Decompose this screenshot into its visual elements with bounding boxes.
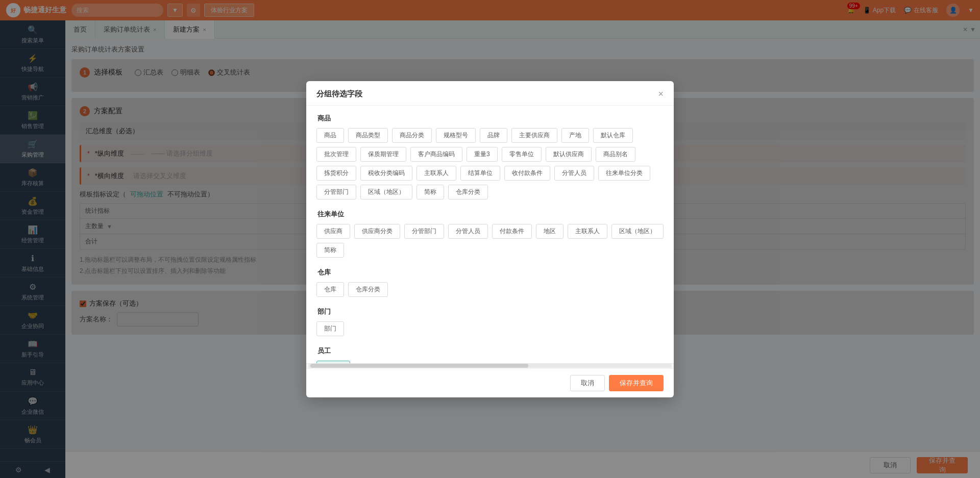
field-tag-goods-category[interactable]: 商品分类: [392, 128, 432, 143]
dept-field-tags: 部门: [316, 321, 664, 336]
goods-field-tags: 商品 商品类型 商品分类 规格型号 品牌 主要供应商 产地 默认仓库 批次管理 …: [316, 128, 664, 199]
field-tag-brand[interactable]: 品牌: [480, 128, 507, 143]
field-tag-area[interactable]: 地区: [536, 224, 564, 239]
hscroll-thumb[interactable]: [310, 364, 528, 368]
field-tag-default-warehouse[interactable]: 默认仓库: [593, 128, 633, 143]
dialog-close-btn[interactable]: ×: [658, 89, 664, 98]
section-partner: 往来单位 供应商 供应商分类 分管部门 分管人员 付款条件 地区 主联系人 区域…: [316, 210, 664, 258]
field-tag-partner-category[interactable]: 往来单位分类: [598, 166, 650, 181]
field-tag-goods[interactable]: 商品: [316, 128, 344, 143]
modal-overlay: 分组待选字段 × 商品 商品 商品类型 商品分类 规格型号 品牌 主要供应商 产…: [0, 0, 980, 478]
field-tag-supervisor[interactable]: 分管人员: [554, 166, 594, 181]
hscroll-track: [308, 364, 672, 368]
field-tag-retail-unit[interactable]: 零售单位: [502, 147, 542, 162]
field-tag-pick-points[interactable]: 拣货积分: [316, 166, 356, 181]
field-tag-default-supplier[interactable]: 默认供应商: [546, 147, 592, 162]
field-tag-short-name2[interactable]: 简称: [316, 243, 344, 258]
dialog-body: 商品 商品 商品类型 商品分类 规格型号 品牌 主要供应商 产地 默认仓库 批次…: [306, 106, 674, 364]
field-tag-main-supplier[interactable]: 主要供应商: [511, 128, 557, 143]
field-tag-origin[interactable]: 产地: [561, 128, 589, 143]
field-tag-batch-mgmt[interactable]: 批次管理: [316, 147, 356, 162]
field-tag-main-contact2[interactable]: 主联系人: [568, 224, 607, 239]
section-staff: 员工 业务员: [316, 346, 664, 364]
field-tag-region[interactable]: 区域（地区）: [360, 185, 412, 199]
field-tag-goods-type[interactable]: 商品类型: [348, 128, 388, 143]
field-tag-warehouse-category[interactable]: 仓库分类: [448, 185, 488, 199]
field-tag-supplier-category[interactable]: 供应商分类: [354, 224, 400, 239]
save-query-button[interactable]: 保存并查询: [609, 375, 664, 391]
field-tag-customer-code[interactable]: 客户商品编码: [410, 147, 462, 162]
field-tag-main-contact[interactable]: 主联系人: [416, 166, 456, 181]
field-tag-payment-terms[interactable]: 收付款条件: [504, 166, 550, 181]
section-department: 部门 部门: [316, 307, 664, 336]
section-partner-title: 往来单位: [316, 210, 664, 219]
partner-field-tags: 供应商 供应商分类 分管部门 分管人员 付款条件 地区 主联系人 区域（地区） …: [316, 224, 664, 258]
field-tag-payment-cond[interactable]: 付款条件: [492, 224, 532, 239]
field-tag-warehouse-cat[interactable]: 仓库分类: [348, 282, 388, 297]
field-tag-short-name[interactable]: 简称: [416, 185, 444, 199]
field-tag-supplier[interactable]: 供应商: [316, 224, 350, 239]
section-warehouse-title: 仓库: [316, 268, 664, 277]
field-tag-dept[interactable]: 分管部门: [316, 185, 356, 199]
warehouse-field-tags: 仓库 仓库分类: [316, 282, 664, 297]
field-tag-alias[interactable]: 商品别名: [596, 147, 635, 162]
dialog-title: 分组待选字段: [316, 89, 362, 99]
field-tag-region2[interactable]: 区域（地区）: [611, 224, 664, 239]
field-tag-shelf-life[interactable]: 保质期管理: [360, 147, 406, 162]
field-tag-mgmt-dept[interactable]: 分管部门: [404, 224, 444, 239]
field-tag-mgmt-person[interactable]: 分管人员: [448, 224, 488, 239]
section-warehouse: 仓库 仓库 仓库分类: [316, 268, 664, 297]
field-tag-settlement-unit[interactable]: 结算单位: [460, 166, 500, 181]
section-staff-title: 员工: [316, 346, 664, 356]
dialog-footer: 取消 保存并查询: [306, 368, 674, 397]
dialog: 分组待选字段 × 商品 商品 商品类型 商品分类 规格型号 品牌 主要供应商 产…: [306, 81, 674, 397]
section-goods-title: 商品: [316, 114, 664, 123]
section-goods: 商品 商品 商品类型 商品分类 规格型号 品牌 主要供应商 产地 默认仓库 批次…: [316, 114, 664, 199]
dialog-hscroll[interactable]: [306, 363, 674, 368]
cancel-button[interactable]: 取消: [570, 375, 605, 391]
dialog-header: 分组待选字段 ×: [306, 81, 674, 106]
section-department-title: 部门: [316, 307, 664, 316]
field-tag-department[interactable]: 部门: [316, 321, 344, 336]
field-tag-warehouse[interactable]: 仓库: [316, 282, 344, 297]
field-tag-tax-code[interactable]: 税收分类编码: [360, 166, 412, 181]
field-tag-spec-model[interactable]: 规格型号: [436, 128, 476, 143]
field-tag-weight3[interactable]: 重量3: [467, 147, 498, 162]
